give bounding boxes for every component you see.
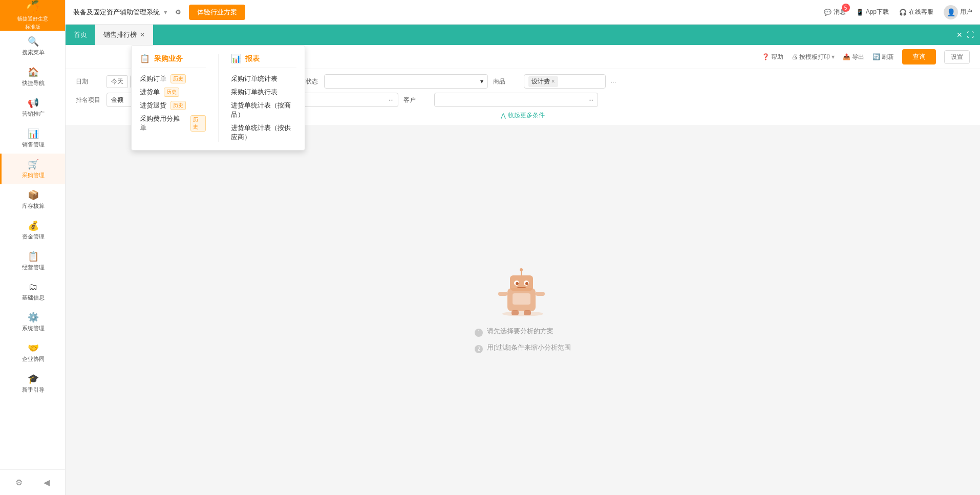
sidebar-settings-button[interactable]: ⚙ (15, 478, 23, 487)
goods-more-icon[interactable]: ··· (611, 78, 616, 85)
report-section-title: 报表 (245, 54, 260, 63)
query-button[interactable]: 查询 (902, 49, 936, 64)
sidebar-item-label: 库存核算 (22, 202, 45, 210)
sidebar-item-enterprise[interactable]: 🤝 企业协同 (0, 337, 65, 368)
help-link[interactable]: ❓ 帮助 (762, 53, 783, 61)
sidebar-collapse-button[interactable]: ◀ (44, 478, 50, 487)
search-icon: 🔍 (28, 36, 39, 47)
report-menu-items: 采购订单统计表 采购订单执行表 进货单统计表（按商品） 进货单统计表（按供应商） (231, 74, 297, 142)
history-badge-3: 历史 (171, 101, 186, 110)
menu-item-purchase-expense[interactable]: 采购费用分摊单 历史 (140, 114, 206, 133)
doc-status-input[interactable]: ▾ (324, 74, 488, 89)
logo-tag: 标准版 (25, 24, 40, 31)
menu-item-purchase-order-stats[interactable]: 采购订单统计表 (231, 74, 297, 83)
goods-input[interactable]: 设计费 × (524, 74, 606, 89)
svg-point-9 (520, 268, 523, 271)
topbar-right-actions: 💬 消息 5 📱 App下载 🎧 在线客服 👤 用户 (824, 5, 972, 19)
history-badge-1: 历史 (171, 74, 186, 83)
menu-item-purchase-order-exec[interactable]: 采购订单执行表 (231, 88, 297, 97)
home-icon: 🏠 (28, 67, 39, 78)
messages-badge: 5 (842, 4, 850, 12)
sidebar-item-label: 经营管理 (22, 264, 45, 271)
app-download-label: App下载 (866, 8, 889, 16)
online-service-button[interactable]: 🎧 在线客服 (899, 8, 933, 16)
topbar-dropdown-icon[interactable]: ▾ (164, 8, 167, 16)
menu-item-inbound-stats-supplier[interactable]: 进货单统计表（按供应商） (231, 123, 297, 142)
history-badge-4: 历史 (190, 115, 206, 132)
sidebar-item-label: 系统管理 (22, 325, 45, 332)
svg-point-5 (516, 282, 519, 285)
tab-sales-ranking[interactable]: 销售排行榜 ✕ (95, 25, 153, 45)
rank-label: 排名项目 (76, 96, 101, 104)
svg-rect-11 (536, 292, 545, 296)
tab-close-icon[interactable]: ✕ (140, 31, 145, 38)
collapse-up-icon: ⋀ (501, 112, 506, 119)
marketing-icon: 📢 (28, 97, 39, 109)
settings-button[interactable]: 设置 (944, 50, 970, 64)
sidebar-item-system[interactable]: ⚙️ 系统管理 (0, 307, 65, 337)
print-button[interactable]: 🖨 按模板打印 ▾ (792, 53, 835, 61)
sidebar-item-guide[interactable]: 🎓 新手引导 (0, 368, 65, 399)
industry-solution-button[interactable]: 体验行业方案 (189, 5, 245, 20)
sidebar-item-label: 新手引导 (22, 386, 45, 394)
purchase-section-icon: 📋 (140, 54, 150, 63)
sidebar-item-marketing[interactable]: 📢 营销推广 (0, 92, 65, 123)
purchase-menu-items: 采购订单 历史 进货单 历史 进货退货 历史 采购费用分摊单 (140, 74, 206, 133)
sidebar-bottom: ⚙ ◀ (0, 469, 65, 495)
system-title: 装备及固定资产辅助管理系统 (73, 8, 160, 17)
svg-rect-14 (513, 293, 530, 305)
purchase-expense-label: 采购费用分摊单 (140, 114, 186, 133)
empty-state: 1 请先选择要分析的方案 2 用[过滤]条件来缩小分析范围 (66, 125, 980, 495)
service-icon: 🎧 (899, 9, 907, 16)
phone-icon: 📱 (856, 9, 864, 16)
user-avatar: 👤 (944, 5, 958, 19)
purchase-dropdown-menu[interactable]: 📋 采购业务 采购订单 历史 进货单 历史 进货退货 (131, 45, 305, 150)
sales-icon: 📊 (28, 128, 39, 139)
purchase-order-exec-label: 采购订单执行表 (231, 88, 278, 97)
goods-tag: 设计费 × (528, 76, 558, 87)
menu-item-purchase-order[interactable]: 采购订单 历史 (140, 74, 206, 83)
sidebar-item-capital[interactable]: 💰 资金管理 (0, 215, 65, 246)
sidebar-item-label: 销售管理 (22, 141, 45, 148)
close-all-icon[interactable]: ✕ (956, 31, 963, 39)
sidebar-item-quicknav[interactable]: 🏠 快捷导航 (0, 61, 65, 92)
customer-input[interactable]: ··· (434, 93, 598, 107)
online-service-label: 在线客服 (909, 8, 933, 16)
report-section-header: 📊 报表 (231, 54, 297, 68)
topbar-gear-icon[interactable]: ⚙ (175, 8, 181, 16)
tabbar: 首页 销售排行榜 ✕ ✕ ⛶ (66, 25, 980, 45)
sidebar-item-operations[interactable]: 📋 经营管理 (0, 246, 65, 276)
menu-divider (218, 54, 219, 142)
refresh-button[interactable]: 🔄 刷新 (872, 53, 894, 61)
active-tab-label: 销售排行榜 (103, 30, 137, 39)
menu-item-inbound-return[interactable]: 进货退货 历史 (140, 101, 206, 110)
sidebar-item-label: 采购管理 (22, 171, 45, 179)
app-download-button[interactable]: 📱 App下载 (856, 8, 889, 16)
sidebar-item-inventory[interactable]: 📦 库存核算 (0, 184, 65, 215)
svg-rect-13 (524, 310, 531, 315)
sidebar-item-basicinfo[interactable]: 🗂 基础信息 (0, 276, 65, 307)
sidebar-item-sales[interactable]: 📊 销售管理 (0, 123, 65, 154)
menu-item-inbound-stats-goods[interactable]: 进货单统计表（按商品） (231, 101, 297, 119)
svg-rect-10 (498, 292, 507, 296)
empty-step-2-text: 用[过滤]条件来缩小分析范围 (487, 343, 570, 352)
logo-text: 畅捷通好生意 (17, 15, 48, 23)
print-dropdown-icon[interactable]: ▾ (832, 53, 835, 60)
time-btn-today[interactable]: 今天 (106, 75, 128, 88)
messages-button[interactable]: 💬 消息 5 (824, 8, 846, 16)
home-tab-label: 首页 (74, 30, 87, 39)
report-section: 📊 报表 采购订单统计表 采购订单执行表 进货单统计表（按商品） (231, 54, 297, 142)
operations-icon: 📋 (28, 251, 39, 262)
menu-item-inbound[interactable]: 进货单 历史 (140, 88, 206, 97)
goods-tag-remove[interactable]: × (551, 78, 555, 85)
sidebar-item-search[interactable]: 🔍 搜索菜单 (0, 31, 65, 61)
tab-home[interactable]: 首页 (66, 25, 95, 45)
app-logo: 🍊 畅捷通好生意 标准版 (0, 0, 65, 31)
sidebar-item-purchase[interactable]: 🛒 采购管理 (0, 154, 65, 184)
main-area: 装备及固定资产辅助管理系统 ▾ ⚙ 体验行业方案 💬 消息 5 📱 App下载 … (66, 0, 980, 495)
sidebar-nav: 🔍 搜索菜单 🏠 快捷导航 📢 营销推广 📊 销售管理 🛒 采购管理 📦 库存核… (0, 31, 65, 469)
fullscreen-icon[interactable]: ⛶ (967, 31, 974, 39)
svg-point-0 (502, 311, 543, 316)
user-menu-button[interactable]: 👤 用户 (944, 5, 972, 19)
export-button[interactable]: 📤 导出 (843, 53, 864, 61)
